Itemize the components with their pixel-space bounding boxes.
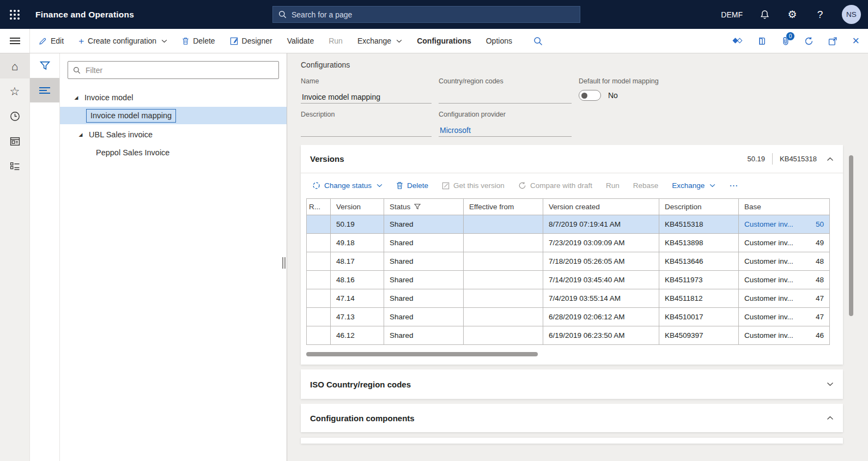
version-row[interactable]: 50.19 Shared 8/7/2019 07:19:41 AM KB4515… <box>307 215 830 234</box>
versions-horizontal-scrollbar <box>306 352 837 357</box>
versions-header[interactable]: Versions 50.19 KB4515318 <box>301 145 843 173</box>
tab-configurations[interactable]: Configurations <box>417 37 471 45</box>
app-launcher-button[interactable] <box>0 0 29 29</box>
version-exchange-button[interactable]: Exchange <box>672 181 715 190</box>
version-row[interactable]: 46.12 Shared 6/19/2019 06:23:50 AM KB450… <box>307 326 830 345</box>
name-field: Name Invoice model mapping <box>301 77 439 104</box>
configuration-tree-panel: ◢ Invoice model Invoice model mapping ◢ … <box>60 53 287 461</box>
main-content: Configurations Name Invoice model mappin… <box>287 53 868 461</box>
tree-item-peppol-sales-invoice[interactable]: Peppol Sales Invoice <box>60 143 287 161</box>
refresh-icon[interactable] <box>804 37 814 46</box>
version-row[interactable]: 48.16 Shared 7/14/2019 03:45:40 AM KB451… <box>307 271 830 289</box>
header-fields: Name Invoice model mapping Country/regio… <box>301 77 843 137</box>
tree-item-invoice-model[interactable]: ◢ Invoice model <box>60 88 287 106</box>
country-region-value[interactable] <box>439 90 572 104</box>
tree-expanded-icon[interactable]: ◢ <box>76 132 85 137</box>
col-description[interactable]: Description <box>659 199 739 215</box>
tab-options[interactable]: Options <box>486 37 512 45</box>
open-in-office-icon[interactable] <box>757 37 767 46</box>
exchange-menu-button[interactable]: Exchange <box>357 37 402 45</box>
nav-workspaces-button[interactable] <box>0 154 29 179</box>
attachments-icon[interactable]: 0 <box>781 37 790 46</box>
tree-expanded-icon[interactable]: ◢ <box>72 95 81 100</box>
edit-button[interactable]: Edit <box>39 37 64 45</box>
trash-icon <box>396 181 403 190</box>
panel-rail <box>30 53 60 461</box>
description-label: Description <box>301 111 432 118</box>
page-search-input[interactable] <box>292 10 574 19</box>
change-status-button[interactable]: Change status <box>312 181 383 190</box>
vertical-scrollbar-thumb[interactable] <box>849 155 853 316</box>
create-configuration-button[interactable]: + Create configuration <box>78 37 167 46</box>
iso-section-header[interactable]: ISO Country/region codes <box>301 369 843 399</box>
default-model-mapping-toggle[interactable] <box>579 90 601 101</box>
versions-table-header-row: R... Version Status Effective f <box>307 199 830 215</box>
components-section-header[interactable]: Configuration components <box>301 404 843 432</box>
col-version[interactable]: Version <box>331 199 384 215</box>
iso-section-title: ISO Country/region codes <box>310 380 817 389</box>
nav-forms-button[interactable] <box>0 129 29 154</box>
user-avatar[interactable]: NS <box>842 5 861 24</box>
components-content-strip <box>301 437 843 444</box>
col-republish[interactable]: R... <box>307 199 331 215</box>
components-section-title: Configuration components <box>310 414 817 423</box>
col-base[interactable]: Base <box>739 199 830 215</box>
pencil-icon <box>39 37 47 45</box>
configuration-components-section: Configuration components <box>301 404 843 432</box>
version-delete-button[interactable]: Delete <box>396 181 428 190</box>
nav-favorites-button[interactable]: ☆ <box>0 78 29 104</box>
rebase-button: Rebase <box>633 181 659 190</box>
name-value[interactable]: Invoice model mapping <box>301 90 432 104</box>
chevron-up-icon[interactable] <box>827 157 834 161</box>
page-search-box[interactable] <box>272 6 580 23</box>
form-window-icon <box>10 137 20 146</box>
topbar-left: Finance and Operations <box>0 0 272 29</box>
delete-button[interactable]: Delete <box>182 37 215 45</box>
col-version-created[interactable]: Version created <box>543 199 659 215</box>
actionbar-search-icon[interactable] <box>533 37 543 46</box>
version-row[interactable]: 49.18 Shared 7/23/2019 03:09:09 AM KB451… <box>307 234 830 252</box>
configuration-list-pane-button[interactable] <box>30 78 59 102</box>
addins-diamonds-icon[interactable] <box>733 37 743 45</box>
designer-button[interactable]: Designer <box>230 37 272 45</box>
col-effective-from[interactable]: Effective from <box>464 199 543 215</box>
version-row[interactable]: 47.14 Shared 7/4/2019 03:55:14 AM KB4511… <box>307 289 830 308</box>
base-version-link[interactable]: 50 <box>816 220 824 228</box>
search-icon <box>278 10 287 19</box>
page-body: ⌂ ☆ <box>0 53 868 461</box>
validate-button[interactable]: Validate <box>287 37 314 45</box>
tree-item-ubl-sales-invoice[interactable]: ◢ UBL Sales invoice <box>60 125 287 143</box>
notifications-bell-icon[interactable] <box>758 9 770 21</box>
configuration-provider-link[interactable]: Microsoft <box>439 123 572 137</box>
version-row[interactable]: 48.17 Shared 7/18/2019 05:26:05 AM KB451… <box>307 252 830 271</box>
versions-title: Versions <box>310 154 748 163</box>
clock-icon <box>10 111 20 122</box>
base-model-link[interactable]: Customer inv... <box>744 220 793 228</box>
nav-collapse-button[interactable] <box>0 29 30 53</box>
configuration-provider-field: Configuration provider Microsoft <box>439 111 579 137</box>
tree-filter-input[interactable] <box>86 66 274 75</box>
nav-home-button[interactable]: ⌂ <box>0 53 29 78</box>
chevron-down-icon <box>377 184 383 187</box>
filter-pane-button[interactable] <box>30 53 59 78</box>
col-status[interactable]: Status <box>384 199 464 215</box>
panel-resize-grip[interactable] <box>282 257 286 269</box>
versions-toolbar: Change status Delete <box>301 173 843 198</box>
horizontal-scrollbar-thumb[interactable] <box>306 352 538 356</box>
open-in-new-window-icon[interactable] <box>828 37 837 46</box>
close-icon[interactable]: × <box>852 36 859 46</box>
chevron-up-icon[interactable] <box>827 416 834 420</box>
more-commands-button[interactable]: ⋯ <box>729 180 738 191</box>
nav-recent-button[interactable] <box>0 104 29 129</box>
settings-gear-icon[interactable]: ⚙ <box>786 9 798 21</box>
version-row[interactable]: 47.13 Shared 6/28/2019 02:06:12 AM KB451… <box>307 308 830 326</box>
help-icon[interactable]: ? <box>814 9 826 21</box>
filter-funnel-icon[interactable] <box>414 204 421 210</box>
chevron-down-icon[interactable] <box>827 382 834 386</box>
tree-filter-box[interactable] <box>68 61 279 79</box>
company-picker[interactable]: DEMF <box>721 10 743 19</box>
description-value[interactable] <box>301 123 432 137</box>
version-run-button: Run <box>606 181 620 190</box>
tree-item-invoice-model-mapping[interactable]: Invoice model mapping <box>60 107 287 124</box>
attachments-badge: 0 <box>786 32 794 40</box>
